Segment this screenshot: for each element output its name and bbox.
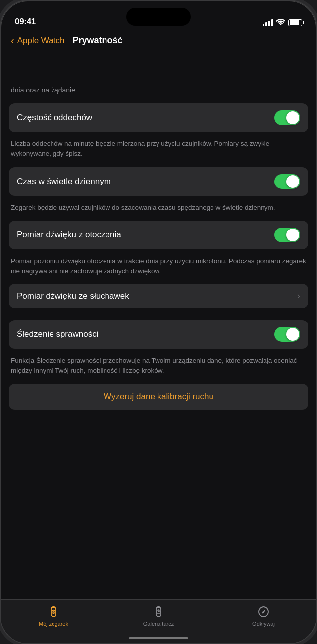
status-time: 09:41 [15, 17, 36, 27]
detail-chevron-icon: › [297, 291, 300, 301]
setting-label-pomiarDzwiekuSluchawek: Pomiar dźwięku ze słuchawek [17, 291, 129, 301]
toggle-sledzenieSprawnosci[interactable] [274, 327, 300, 342]
setting-row-pomiarDzwiekuSluchawek[interactable]: Pomiar dźwięku ze słuchawek › [9, 284, 308, 308]
dynamic-island [126, 8, 191, 26]
signal-icon [263, 19, 273, 26]
setting-label-czasSwietleDziennym: Czas w świetle dziennym [17, 177, 111, 186]
content-area: ‹ Apple Watch Prywatność dnia oraz na żą… [1, 31, 316, 643]
toggle-czestoscOddechow[interactable] [274, 110, 300, 125]
reset-label[interactable]: Wyzeruj dane kalibracji ruchu [104, 392, 213, 401]
phone-frame: 09:41 ‹ Apple Watch Prywatność [0, 0, 317, 644]
setting-row-pomiarDzwiekuOtoczenia: Pomiar dźwięku z otoczenia [9, 221, 308, 249]
setting-row-czestoscOddechow: Częstość oddechów [9, 103, 308, 132]
back-button[interactable]: ‹ Apple Watch [11, 35, 64, 46]
svg-line-5 [53, 612, 54, 613]
status-icons [263, 18, 302, 27]
desc-czasSwietleDziennym: Zegarek będzie używał czujników do szaco… [9, 200, 308, 221]
setting-row-czasSwietleDziennym: Czas w świetle dziennym [9, 167, 308, 196]
back-label[interactable]: Apple Watch [17, 36, 65, 46]
tab-galeria-tarcz-label: Galeria tarcz [143, 621, 174, 627]
svg-rect-2 [52, 616, 55, 617]
setting-label-sledzenieSprawnosci: Śledzenie sprawności [17, 329, 98, 339]
svg-marker-13 [262, 610, 265, 614]
setting-label-czestoscOddechow: Częstość oddechów [17, 113, 92, 123]
toggle-knob-sledzenieSprawnosci [286, 328, 299, 341]
nav-bar: ‹ Apple Watch Prywatność [1, 31, 316, 48]
back-chevron-icon: ‹ [11, 35, 14, 46]
tab-odkrywaj[interactable]: Odkrywaj [211, 605, 316, 627]
reset-button-row[interactable]: Wyzeruj dane kalibracji ruchu [9, 384, 308, 410]
toggle-knob-czasSwietleDziennym [286, 175, 299, 188]
svg-rect-1 [52, 606, 55, 608]
toggle-czasSwietleDziennym[interactable] [274, 174, 300, 189]
desc-czestoscOddechow: Liczba oddechów na minutę będzie mierzon… [9, 136, 308, 167]
desc-sledzenieSprawnosci: Funkcja Śledzenie sprawności przechowuje… [9, 353, 308, 384]
wifi-icon [276, 18, 285, 27]
svg-rect-7 [157, 606, 160, 608]
scroll-area[interactable]: dnia oraz na żądanie. Częstość oddechów … [1, 85, 316, 599]
setting-label-pomiarDzwiekuOtoczenia: Pomiar dźwięku z otoczenia [17, 230, 121, 240]
tab-galeria-tarcz-icon [152, 605, 165, 619]
home-indicator [129, 637, 188, 639]
tab-galeria-tarcz[interactable]: Galeria tarcz [106, 605, 211, 627]
setting-row-sledzenieSprawnosci: Śledzenie sprawności [9, 320, 308, 349]
tab-odkrywaj-icon [257, 605, 270, 619]
tab-bar: Mój zegarek Galeria tarcz [1, 599, 316, 643]
toggle-pomiarDzwiekuOtoczenia[interactable] [274, 228, 300, 242]
tab-moj-zegarek[interactable]: Mój zegarek [1, 605, 106, 627]
svg-rect-8 [157, 616, 160, 617]
page-title: Prywatność [72, 35, 122, 46]
toggle-knob-czestoscOddechow [286, 111, 299, 124]
intro-text: dnia oraz na żądanie. [9, 85, 308, 103]
tab-moj-zegarek-label: Mój zegarek [39, 621, 68, 627]
battery-icon [288, 19, 302, 26]
tab-moj-zegarek-icon [47, 605, 60, 619]
toggle-knob-pomiarDzwiekuOtoczenia [286, 229, 299, 241]
tab-odkrywaj-label: Odkrywaj [252, 621, 275, 627]
desc-pomiarDzwiekuOtoczenia: Pomiar poziomu dźwięku otoczenia w trakc… [9, 253, 308, 284]
